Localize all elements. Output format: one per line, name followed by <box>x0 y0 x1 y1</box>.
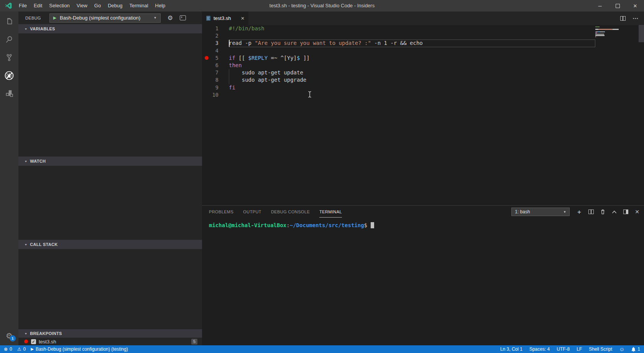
section-watch[interactable]: ▼ WATCH <box>18 157 202 166</box>
launch-config-dropdown[interactable]: ▶ Bash-Debug (simplest configuration) ▼ <box>49 13 161 23</box>
menu-view[interactable]: View <box>73 0 91 12</box>
terminal[interactable]: michal@michal-VirtualBox:~/Documents/src… <box>202 218 644 229</box>
section-breakpoints-label: BREAKPOINTS <box>30 331 62 336</box>
split-terminal-icon[interactable] <box>588 209 594 214</box>
status-left: ⊗ 0 ⚠ 0 ▶ Bash-Debug (simplest configura… <box>4 346 128 352</box>
token: [[ <box>235 55 248 61</box>
terminal-select[interactable]: 1: bash ▼ <box>511 208 570 216</box>
gutter-line-8[interactable]: 8 <box>202 76 229 84</box>
debug-icon[interactable] <box>0 66 18 84</box>
error-icon: ⊗ <box>4 347 8 351</box>
menu-file[interactable]: File <box>15 0 30 12</box>
tab-close-icon[interactable]: ✕ <box>241 16 245 21</box>
manage-gear-icon[interactable]: ⚙ 1 <box>0 329 18 342</box>
section-variables[interactable]: ▼ VARIABLES <box>18 24 202 33</box>
gutter-line-4[interactable]: 4 <box>202 47 229 54</box>
close-panel-icon[interactable]: ✕ <box>635 209 639 215</box>
maximize-button[interactable] <box>609 0 626 12</box>
eol[interactable]: LF <box>577 346 582 352</box>
editor-scrollbar[interactable] <box>639 25 644 205</box>
explorer-icon[interactable] <box>0 12 18 30</box>
line-number: 6 <box>215 62 219 69</box>
breakpoint-dot-icon[interactable] <box>205 56 209 60</box>
panel-tab-output[interactable]: OUTPUT <box>243 209 261 218</box>
breakpoint-list-item[interactable]: ✓ test3.sh 5 <box>18 338 202 345</box>
line-number: 9 <box>215 84 219 91</box>
minimap[interactable] <box>595 26 637 39</box>
maximize-panel-icon[interactable] <box>612 210 617 214</box>
vscode-window: FileEditSelectionViewGoDebugTerminalHelp… <box>0 0 644 353</box>
menu-debug[interactable]: Debug <box>104 0 126 12</box>
encoding[interactable]: UTF-8 <box>557 346 570 352</box>
indent-guide <box>229 76 229 84</box>
code-editor[interactable]: 1#!/bin/bash23read -p "Are you sure you … <box>202 25 644 205</box>
menu-edit[interactable]: Edit <box>30 0 46 12</box>
gutter-line-3[interactable]: 3 <box>202 40 229 47</box>
code-line-7[interactable]: 7 sudo apt-get update <box>202 69 644 76</box>
chevron-down-icon: ▼ <box>563 210 566 214</box>
chevron-down-icon: ▼ <box>154 16 157 20</box>
source-control-icon[interactable] <box>0 48 18 66</box>
code-line-5[interactable]: 5if [[ $REPLY =~ ^[Yy]$ ]] <box>202 54 644 62</box>
menu-help[interactable]: Help <box>152 0 169 12</box>
indentation[interactable]: Spaces: 4 <box>529 346 550 352</box>
cursor-position[interactable]: Ln 3, Col 1 <box>500 346 522 352</box>
minimap-seg <box>598 29 613 30</box>
code-line-10[interactable]: 10 <box>202 91 644 99</box>
gutter-line-5[interactable]: 5 <box>202 54 229 62</box>
warning-icon: ⚠ <box>17 347 21 351</box>
menu-terminal[interactable]: Terminal <box>126 0 151 12</box>
panel-tab-debug-console[interactable]: DEBUG CONSOLE <box>271 209 310 218</box>
terminal-prompt-symbol: $ <box>364 222 367 228</box>
code-line-8[interactable]: 8 sudo apt-get upgrade <box>202 76 644 84</box>
errors-warnings[interactable]: ⊗ 0 ⚠ 0 <box>4 346 26 352</box>
search-icon[interactable] <box>0 30 18 48</box>
code-text <box>229 47 644 54</box>
start-debug-icon[interactable]: ▶ <box>53 15 56 20</box>
menu-selection[interactable]: Selection <box>46 0 73 12</box>
code-line-4[interactable]: 4 <box>202 47 644 54</box>
kill-terminal-icon[interactable] <box>600 209 605 214</box>
code-line-1[interactable]: 1#!/bin/bash <box>202 25 644 32</box>
debug-console-icon[interactable] <box>180 15 186 20</box>
minimap-line <box>595 38 637 39</box>
split-editor-icon[interactable] <box>620 16 626 21</box>
gutter-line-7[interactable]: 7 <box>202 69 229 76</box>
token: #!/bin/bash <box>229 25 264 31</box>
panel-position-icon[interactable] <box>623 209 628 214</box>
configure-gear-icon[interactable]: ⚙ <box>168 14 173 21</box>
gutter-line-2[interactable]: 2 <box>202 32 229 40</box>
more-actions-icon[interactable]: ⋯ <box>632 15 639 22</box>
token: $REPLY <box>248 55 268 61</box>
breakpoint-checkbox[interactable]: ✓ <box>31 339 36 344</box>
extensions-icon[interactable] <box>0 84 18 102</box>
close-icon: ✕ <box>633 3 637 9</box>
feedback-smiley-icon[interactable]: ☺ <box>619 346 624 352</box>
panel-tab-terminal[interactable]: TERMINAL <box>319 209 342 218</box>
gutter-line-6[interactable]: 6 <box>202 62 229 69</box>
code-line-3[interactable]: 3read -p "Are you sure you want to updat… <box>202 40 644 47</box>
panel-header: PROBLEMSOUTPUTDEBUG CONSOLETERMINAL 1: b… <box>202 206 644 218</box>
scrollbar-thumb[interactable] <box>639 25 644 42</box>
menu-go[interactable]: Go <box>91 0 104 12</box>
code-text: read -p "Are you sure you want to update… <box>229 40 644 47</box>
gutter-line-10[interactable]: 10 <box>202 91 229 99</box>
gutter-line-1[interactable]: 1 <box>202 25 229 32</box>
notifications-bell[interactable]: 1 <box>631 346 640 352</box>
section-breakpoints[interactable]: ▼ BREAKPOINTS <box>18 329 202 338</box>
gutter-line-9[interactable]: 9 <box>202 84 229 91</box>
minimize-button[interactable]: ─ <box>591 0 609 12</box>
tab-test3-sh[interactable]: test3.sh ✕ <box>202 12 248 25</box>
panel-tab-problems[interactable]: PROBLEMS <box>209 209 233 218</box>
debug-view-label: DEBUG <box>25 16 41 20</box>
terminal-select-value: 1: bash <box>515 209 530 214</box>
new-terminal-icon[interactable]: ＋ <box>576 208 582 216</box>
code-line-6[interactable]: 6then <box>202 62 644 69</box>
close-button[interactable]: ✕ <box>626 0 644 12</box>
code-line-9[interactable]: 9fi <box>202 84 644 91</box>
language-mode[interactable]: Shell Script <box>589 346 612 352</box>
window-controls: ─ ✕ <box>591 0 644 12</box>
section-call-stack[interactable]: ▼ CALL STACK <box>18 240 202 249</box>
code-line-2[interactable]: 2 <box>202 32 644 40</box>
debug-status[interactable]: ▶ Bash-Debug (simplest configuration) (t… <box>31 346 128 352</box>
